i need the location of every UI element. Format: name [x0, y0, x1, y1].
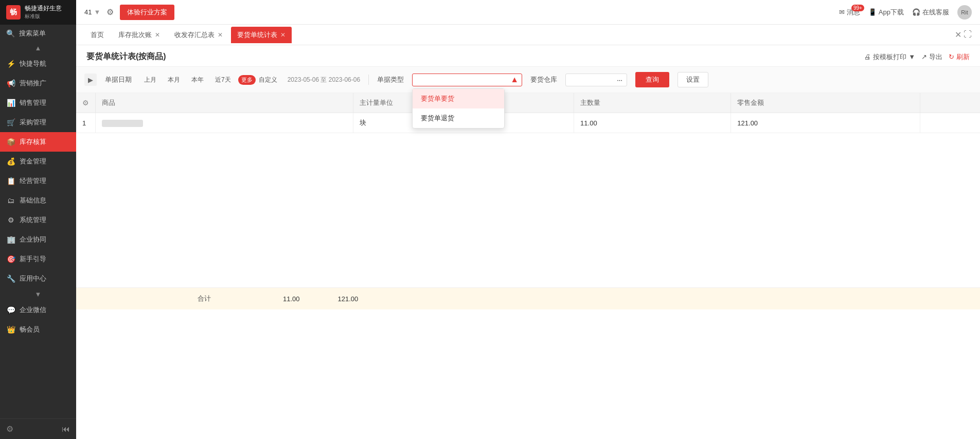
sidebar-item-member[interactable]: 👑 畅会员 [0, 320, 76, 339]
avatar[interactable]: Rit [957, 5, 972, 20]
service-icon: 🎧 [912, 8, 920, 16]
tab-inventory-batch[interactable]: 库存批次账 ✕ [112, 27, 166, 43]
sidebar-item-basic[interactable]: 🗂 基础信息 [0, 191, 76, 210]
print-btn[interactable]: 🖨 按模板打印 ▼ [864, 52, 915, 62]
message-btn[interactable]: ✉ 消息 99+ [839, 8, 860, 17]
cell-product [96, 113, 353, 133]
date-this-year-btn[interactable]: 本年 [187, 74, 208, 86]
sidebar-item-operation[interactable]: 📋 经营管理 [0, 171, 76, 191]
sidebar-item-quick-nav[interactable]: ⚡ 快捷导航 [0, 54, 76, 74]
store-selector[interactable]: 41 ▼ [84, 8, 100, 16]
cell-amount: 121.00 [731, 113, 920, 133]
filter-expand-btn[interactable]: ▶ [84, 74, 97, 86]
product-name-blur [102, 120, 143, 127]
footer-quantity: 11.00 [283, 295, 300, 303]
sidebar-item-wechat[interactable]: 💬 企业微信 [0, 300, 76, 320]
date-last-7-days-btn[interactable]: 近7天 [211, 74, 235, 86]
column-settings-icon[interactable]: ⚙ [82, 99, 89, 107]
page-actions: 🖨 按模板打印 ▼ ↗ 导出 ↻ 刷新 [864, 52, 970, 62]
export-icon: ↗ [921, 53, 927, 61]
th-quantity: 主数量 [574, 93, 731, 113]
filter-date-group: 上月 本月 本年 近7天 更多 自定义 [140, 74, 277, 86]
tabs-expander: ✕ ⛶ [955, 30, 972, 40]
app-icon: 📱 [868, 8, 877, 16]
sidebar-item-enterprise[interactable]: 🏢 企业协同 [0, 230, 76, 249]
sidebar-label-inventory: 库存核算 [20, 137, 46, 147]
warehouse-more-icon[interactable]: ··· [617, 76, 622, 84]
app-download-label: App下载 [879, 8, 904, 17]
logo-sub: 标准版 [25, 13, 62, 20]
sidebar-item-app-center[interactable]: 🔧 应用中心 [0, 269, 76, 288]
sidebar-item-sales[interactable]: 📊 销售管理 [0, 93, 76, 113]
tabs-bar: 首页 库存批次账 ✕ 收发存汇总表 ✕ 要货单统计表 ✕ ✕ ⛶ [76, 25, 980, 45]
date-more-btn[interactable]: 更多 [238, 75, 256, 85]
export-btn[interactable]: ↗ 导出 [921, 52, 942, 62]
close-tab-requisition[interactable]: ✕ [280, 31, 286, 39]
online-service-btn[interactable]: 🎧 在线客服 [912, 8, 949, 17]
sidebar-item-purchase[interactable]: 🛒 采购管理 [0, 113, 76, 132]
page-content: 要货单统计表(按商品) 🖨 按模板打印 ▼ ↗ 导出 ↻ 刷新 [76, 45, 980, 439]
refresh-btn[interactable]: ↻ 刷新 [949, 52, 970, 62]
sidebar-search[interactable]: 🔍 搜索菜单 [0, 25, 76, 42]
operation-icon: 📋 [6, 177, 15, 185]
tab-requisition-stats[interactable]: 要货单统计表 ✕ [231, 27, 292, 43]
avatar-text: Rit [961, 9, 968, 15]
enterprise-icon: 🏢 [6, 235, 15, 244]
app-download-btn[interactable]: 📱 App下载 [868, 8, 904, 17]
dropdown-item-return[interactable]: 要货单退货 [413, 108, 504, 128]
trial-btn[interactable]: 体验行业方案 [120, 5, 174, 20]
table-empty-space [76, 133, 980, 287]
type-input[interactable] [413, 74, 507, 86]
warehouse-input[interactable]: ··· [565, 74, 627, 86]
system-icon: ⚙ [6, 216, 15, 224]
type-input-wrap[interactable]: ▲ [412, 74, 522, 86]
close-tab-inventory-batch[interactable]: ✕ [155, 31, 160, 39]
date-custom-btn[interactable]: 自定义 [259, 76, 277, 84]
main-area: 41 ▼ ⚙ 体验行业方案 ✉ 消息 99+ 📱 App下载 🎧 在线客服 Ri… [76, 0, 980, 439]
purchase-icon: 🛒 [6, 118, 15, 126]
date-last-month-btn[interactable]: 上月 [140, 74, 161, 86]
settings-bottom-icon[interactable]: ⚙ [6, 424, 13, 434]
sidebar-label-operation: 经营管理 [20, 176, 46, 186]
page-inner: 要货单统计表(按商品) 🖨 按模板打印 ▼ ↗ 导出 ↻ 刷新 [76, 45, 980, 439]
query-btn[interactable]: 查询 [635, 72, 669, 87]
collapse-sidebar-icon[interactable]: ⏮ [62, 425, 70, 434]
topbar-gear-icon[interactable]: ⚙ [106, 7, 114, 17]
dropdown-item-requisition[interactable]: 要货单要货 [413, 89, 504, 108]
page-title: 要货单统计表(按商品) [86, 51, 166, 62]
sidebar-item-marketing[interactable]: 📢 营销推广 [0, 74, 76, 93]
app-center-icon: 🔧 [6, 275, 15, 283]
filter-settings-btn[interactable]: 设置 [678, 72, 708, 87]
table-footer: 合计 11.00 121.00 [76, 287, 980, 309]
sidebar-search-label: 搜索菜单 [19, 29, 46, 38]
message-badge: 99+ [851, 5, 864, 11]
sidebar-item-inventory[interactable]: 📦 库存核算 [0, 132, 76, 152]
table-wrap: ⚙ 商品 主计量单位 主数量 零售金额 1 [76, 93, 980, 133]
sidebar-scroll-down[interactable]: ▼ [0, 288, 76, 300]
tab-receivables-summary[interactable]: 收发存汇总表 ✕ [168, 27, 229, 43]
tab-home-label: 首页 [91, 30, 104, 40]
expand-tabs-icon[interactable]: ⛶ [964, 30, 972, 40]
guide-icon: 🎯 [6, 255, 15, 263]
sidebar-item-system[interactable]: ⚙ 系统管理 [0, 210, 76, 230]
logo-title: 畅捷通好生意 [25, 5, 62, 13]
table-body: 1 块 11.00 121.00 [76, 113, 980, 133]
service-label: 在线客服 [922, 8, 949, 17]
tab-home[interactable]: 首页 [84, 27, 110, 43]
sidebar-item-guide[interactable]: 🎯 新手引导 [0, 249, 76, 269]
sidebar-scroll-up[interactable]: ▲ [0, 42, 76, 54]
date-this-month-btn[interactable]: 本月 [164, 74, 184, 86]
th-product: 商品 [96, 93, 353, 113]
topbar-right: ✉ 消息 99+ 📱 App下载 🎧 在线客服 Rit [839, 5, 972, 20]
cell-extra [920, 113, 980, 133]
sidebar-label-app-center: 应用中心 [20, 274, 46, 283]
sidebar-label-sales: 销售管理 [20, 98, 46, 107]
close-all-tabs-icon[interactable]: ✕ [955, 30, 961, 40]
page-title-bar: 要货单统计表(按商品) 🖨 按模板打印 ▼ ↗ 导出 ↻ 刷新 [76, 45, 980, 67]
sidebar-item-finance[interactable]: 💰 资金管理 [0, 152, 76, 171]
refresh-icon: ↻ [949, 53, 954, 61]
table-row: 1 块 11.00 121.00 [76, 113, 980, 133]
footer-amount: 121.00 [338, 295, 359, 303]
type-dropdown-up-icon[interactable]: ▲ [507, 75, 522, 84]
close-tab-receivables[interactable]: ✕ [218, 31, 223, 39]
